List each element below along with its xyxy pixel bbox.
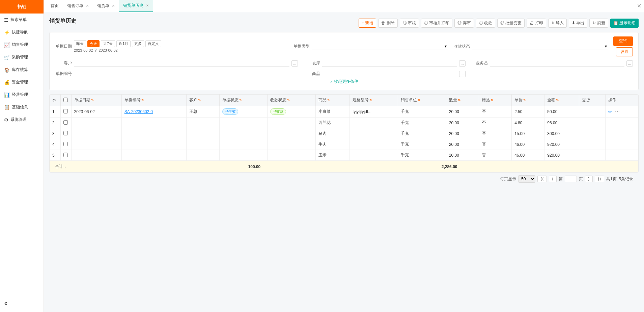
- add-button[interactable]: + 新增: [359, 19, 376, 28]
- print-button[interactable]: 🖨 打印: [527, 19, 546, 28]
- th-amount[interactable]: 金额 ⇅: [544, 95, 579, 106]
- batch-change-button[interactable]: ◎ 批量变更: [497, 19, 525, 28]
- tab-sales-shipment-close[interactable]: ✕: [112, 4, 115, 8]
- review-button[interactable]: ◎ 审核: [400, 19, 419, 28]
- goods-ellipsis[interactable]: ...: [459, 71, 466, 77]
- cell-row-num: 4: [50, 139, 60, 150]
- tab-home[interactable]: 首页: [47, 0, 63, 12]
- filter-doctype-select[interactable]: ▾: [312, 43, 448, 50]
- edit-action[interactable]: ✏: [608, 109, 612, 114]
- row-checkbox[interactable]: [63, 153, 68, 157]
- sidebar-item-purchase-mgmt[interactable]: 🛒 采购管理: [0, 51, 44, 63]
- tab-sales-history-close[interactable]: ✕: [146, 4, 149, 7]
- salesperson-ellipsis[interactable]: ...: [626, 60, 633, 67]
- filter-goods-item: 商品 ...: [303, 70, 465, 77]
- cell-action[interactable]: ✏⋯: [605, 106, 638, 118]
- tab-close-all-button[interactable]: ✕: [637, 3, 641, 9]
- cell-spec: [350, 128, 398, 139]
- tab-sales-shipment-label: 销货单: [97, 3, 109, 9]
- date-btn-7days[interactable]: 近7天: [101, 40, 115, 47]
- filter-goods-label: 商品: [303, 71, 320, 77]
- refresh-button[interactable]: ↻ 刷新: [589, 19, 608, 28]
- filter-salesperson-input[interactable]: [490, 60, 624, 67]
- th-check[interactable]: [60, 95, 71, 106]
- filter-customer-input[interactable]: [74, 60, 289, 67]
- cell-doc-no: [121, 150, 187, 161]
- gear-icon: ⚙: [52, 98, 56, 103]
- more-conditions-toggle[interactable]: ∧ 收起更多条件: [55, 77, 633, 86]
- sidebar-item-sys-mgmt[interactable]: ⚙ 系统管理: [0, 113, 44, 126]
- row-checkbox[interactable]: [63, 120, 68, 125]
- row-checkbox[interactable]: [63, 131, 68, 135]
- table-row: 5玉米千克20.00否46.00920.00: [50, 150, 638, 161]
- th-gift-label: 赠品: [482, 97, 490, 103]
- page-number-input[interactable]: 1: [565, 176, 577, 182]
- doc-no-link[interactable]: SA-20230602-0: [124, 109, 153, 114]
- th-payment-status[interactable]: 收款状态 ⇅: [268, 95, 316, 106]
- th-gear[interactable]: ⚙: [50, 95, 60, 106]
- last-page-button[interactable]: ⟩⟩: [595, 176, 604, 182]
- prev-page-button[interactable]: ⟨: [549, 176, 557, 182]
- th-sales-unit[interactable]: 销售单位 ⇅: [398, 95, 446, 106]
- tab-sales-history[interactable]: 销货单历史 ✕: [119, 0, 153, 12]
- tab-sales-order-close[interactable]: ✕: [86, 4, 89, 8]
- sidebar-item-quick-nav[interactable]: ⚡ 快捷导航: [0, 26, 44, 38]
- sidebar-item-search-menu[interactable]: ☰ 搜索菜单: [0, 14, 44, 26]
- sidebar-item-operations-mgmt[interactable]: 📊 经营管理: [0, 88, 44, 101]
- basic-info-icon: 📋: [4, 105, 10, 110]
- row-checkbox[interactable]: [63, 142, 68, 146]
- sidebar-item-basic-info[interactable]: 📋 基础信息: [0, 101, 44, 113]
- cell-spec: [350, 118, 398, 128]
- th-goods[interactable]: 商品 ⇅: [316, 95, 350, 106]
- review-print-button[interactable]: ◎ 审核并打印: [421, 19, 452, 28]
- date-btn-custom[interactable]: 自定义: [145, 40, 161, 47]
- settings-button[interactable]: 设置: [616, 47, 633, 56]
- th-gift[interactable]: 赠品 ⇅: [479, 95, 512, 106]
- quick-nav-icon: ⚡: [4, 30, 10, 35]
- query-button[interactable]: 查询: [613, 36, 633, 46]
- select-all-checkbox[interactable]: [63, 98, 68, 102]
- sidebar-item-inventory[interactable]: 🏠 库存核算: [0, 63, 44, 76]
- cell-gift: 否: [479, 150, 512, 161]
- show-detail-button[interactable]: 📋 显示明细: [610, 19, 639, 28]
- import-button[interactable]: ⬆ 导入: [548, 19, 567, 28]
- date-btn-yesterday[interactable]: 昨天: [74, 40, 86, 47]
- th-spec[interactable]: 规格型号 ⇅: [350, 95, 398, 106]
- date-btn-today[interactable]: 今天: [87, 40, 100, 47]
- cell-goods: 西兰花: [316, 118, 350, 128]
- cell-quantity: 20.00: [446, 139, 479, 150]
- tab-sales-order[interactable]: 销售订单 ✕: [63, 0, 93, 12]
- abandon-button[interactable]: ◎ 弃审: [454, 19, 474, 28]
- th-unit-price[interactable]: 单价 ⇅: [512, 95, 544, 106]
- more-action[interactable]: ⋯: [615, 109, 620, 114]
- tab-sales-shipment[interactable]: 销货单 ✕: [93, 0, 119, 12]
- sidebar-item-sales-mgmt[interactable]: 📈 销售管理: [0, 38, 44, 51]
- customer-ellipsis[interactable]: ...: [291, 60, 298, 67]
- cell-customer: [187, 128, 219, 139]
- page-suffix: 页: [579, 176, 583, 182]
- filter-warehouse-input[interactable]: [322, 60, 457, 67]
- filter-payment-select[interactable]: ▾: [472, 43, 608, 50]
- cell-transaction: [579, 128, 605, 139]
- date-btn-1month[interactable]: 近1月: [116, 40, 131, 47]
- per-page-select[interactable]: 50 100: [518, 175, 535, 183]
- next-page-button[interactable]: ⟩: [585, 176, 593, 182]
- first-page-button[interactable]: ⟨⟨: [537, 176, 547, 182]
- row-checkbox[interactable]: [63, 109, 68, 113]
- filter-goods-input[interactable]: [322, 70, 457, 77]
- sidebar-item-capital-mgmt[interactable]: 💰 资金管理: [0, 76, 44, 88]
- collect-button[interactable]: ◎ 收款: [476, 19, 495, 28]
- export-button[interactable]: ⬇ 导出: [569, 19, 587, 28]
- delete-button[interactable]: 🗑 删除: [378, 19, 397, 28]
- th-doc-status[interactable]: 单据状态 ⇅: [219, 95, 268, 106]
- sidebar-settings-icon-btn[interactable]: ⚙: [0, 298, 44, 309]
- filter-docno-input[interactable]: [74, 70, 298, 77]
- th-doc-date[interactable]: 单据日期 ⇅: [71, 95, 121, 106]
- th-doc-no[interactable]: 单据编号 ⇅: [121, 95, 187, 106]
- cell-check: [60, 150, 71, 161]
- th-quantity[interactable]: 数量 ⇅: [446, 95, 479, 106]
- th-customer[interactable]: 客户 ⇅: [187, 95, 219, 106]
- cell-doc-status: 已生效: [219, 106, 268, 118]
- warehouse-ellipsis[interactable]: ...: [459, 60, 466, 67]
- date-btn-more[interactable]: 更多: [132, 40, 144, 47]
